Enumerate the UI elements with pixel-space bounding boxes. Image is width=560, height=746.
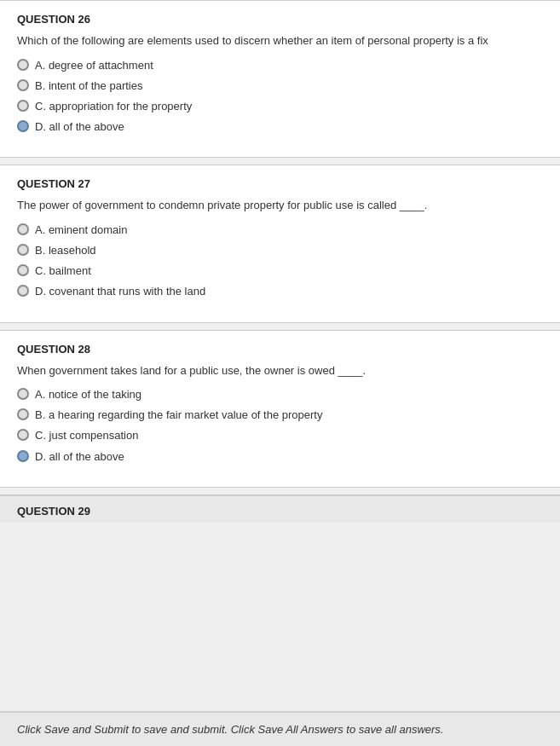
option-label-26-d: D. all of the above — [35, 119, 124, 135]
radio-27-d[interactable] — [17, 285, 29, 297]
option-label-27-b: B. leasehold — [35, 243, 96, 258]
option-label-27-a: A. eminent domain — [35, 223, 127, 238]
option-28-a[interactable]: A. notice of the taking — [17, 387, 543, 402]
option-27-a[interactable]: A. eminent domain — [17, 223, 543, 238]
question-text-28: When government takes land for a public … — [17, 362, 543, 379]
option-26-a[interactable]: A. degree of attachment — [17, 58, 543, 73]
radio-26-c[interactable] — [17, 100, 29, 112]
question-number-27: QUESTION 27 — [17, 177, 543, 190]
radio-27-b[interactable] — [17, 244, 29, 256]
option-28-b[interactable]: B. a hearing regarding the fair market v… — [17, 408, 543, 423]
option-label-27-d: D. covenant that runs with the land — [35, 284, 205, 299]
option-28-d[interactable]: D. all of the above — [17, 449, 543, 465]
option-26-c[interactable]: C. appropriation for the property — [17, 99, 543, 114]
option-label-26-a: A. degree of attachment — [35, 58, 153, 73]
radio-27-a[interactable] — [17, 223, 29, 235]
option-label-28-c: C. just compensation — [35, 428, 138, 443]
radio-28-d[interactable] — [17, 450, 29, 462]
radio-28-c[interactable] — [17, 429, 29, 441]
radio-26-a[interactable] — [17, 59, 29, 71]
option-28-c[interactable]: C. just compensation — [17, 428, 543, 443]
question-text-26: Which of the following are elements used… — [17, 32, 543, 49]
radio-26-d[interactable] — [17, 120, 29, 132]
option-label-28-d: D. all of the above — [35, 449, 124, 465]
option-26-b[interactable]: B. intent of the parties — [17, 78, 543, 94]
option-27-b[interactable]: B. leasehold — [17, 243, 543, 258]
radio-27-c[interactable] — [17, 264, 29, 276]
option-label-28-a: A. notice of the taking — [35, 387, 141, 402]
footer-bar: Click Save and Submit to save and submit… — [0, 711, 560, 746]
footer-text: Click Save and Submit to save and submit… — [17, 723, 443, 736]
question-block-27: QUESTION 27 The power of government to c… — [0, 165, 560, 322]
page-wrapper: QUESTION 26 Which of the following are e… — [0, 0, 560, 746]
main-content: QUESTION 26 Which of the following are e… — [0, 0, 560, 711]
radio-28-a[interactable] — [17, 388, 29, 400]
question-block-28: QUESTION 28 When government takes land f… — [0, 330, 560, 488]
radio-26-b[interactable] — [17, 79, 29, 91]
radio-28-b[interactable] — [17, 408, 29, 420]
option-26-d[interactable]: D. all of the above — [17, 119, 543, 135]
option-27-d[interactable]: D. covenant that runs with the land — [17, 284, 543, 299]
partial-question-label: QUESTION 29 — [0, 494, 560, 523]
question-block-26: QUESTION 26 Which of the following are e… — [0, 0, 560, 158]
option-label-26-c: C. appropriation for the property — [35, 99, 192, 114]
option-label-27-c: C. bailment — [35, 263, 91, 279]
question-number-28: QUESTION 28 — [17, 343, 543, 356]
option-27-c[interactable]: C. bailment — [17, 263, 543, 279]
option-label-26-b: B. intent of the parties — [35, 78, 142, 94]
option-label-28-b: B. a hearing regarding the fair market v… — [35, 408, 322, 423]
question-text-27: The power of government to condemn priva… — [17, 197, 543, 214]
question-number-26: QUESTION 26 — [17, 13, 543, 26]
